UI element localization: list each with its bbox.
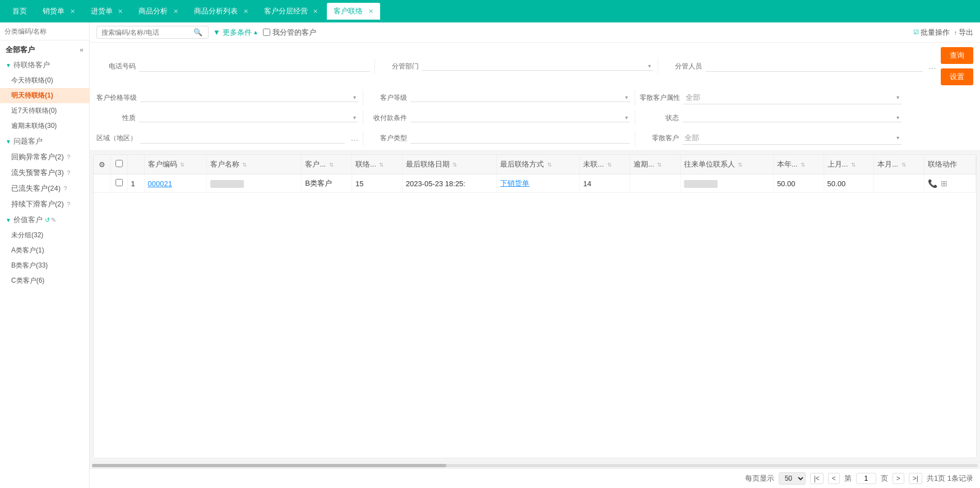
horizontal-scrollbar[interactable]: [90, 462, 980, 468]
sidebar-item-ungrouped[interactable]: 未分组(32): [0, 228, 89, 243]
all-customers-header[interactable]: 全部客户 «: [0, 40, 89, 57]
sidebar-item-class-a[interactable]: A类客户(1): [0, 243, 89, 258]
nav-tab-purchase[interactable]: 进货单 ✕: [84, 3, 130, 20]
sidebar-search-box[interactable]: 🔍: [0, 22, 89, 40]
more-icon[interactable]: …: [928, 62, 936, 71]
nav-tab-customer-segmentation[interactable]: 客户分层经营 ✕: [257, 3, 325, 20]
my-customers-checkbox-area[interactable]: 我分管的客户: [263, 27, 316, 38]
sidebar-item-churned[interactable]: 已流失客户(24) ?: [0, 181, 89, 196]
sidebar-item-class-b[interactable]: B类客户(33): [0, 258, 89, 273]
scrollbar-thumb[interactable]: [92, 464, 446, 467]
sort-icon: ⇅: [801, 162, 805, 168]
customer-level-select[interactable]: ▾: [410, 93, 630, 102]
search-icon[interactable]: 🔍: [193, 28, 202, 36]
edit-icon[interactable]: ✎: [51, 217, 56, 224]
phone-input[interactable]: [139, 61, 370, 72]
sidebar-item-tomorrow-contact[interactable]: 明天待联络(1): [0, 88, 89, 103]
col-unlinked[interactable]: 未联... ⇅: [580, 155, 630, 174]
export-icon: ↑: [954, 29, 958, 36]
row-select-checkbox[interactable]: [115, 179, 123, 186]
gender-select[interactable]: ▾: [139, 113, 358, 122]
page-size-select[interactable]: 50: [779, 472, 806, 485]
nav-tab-customer-contact[interactable]: 客户联络 ✕: [327, 3, 380, 20]
prev-page-button[interactable]: <: [828, 473, 840, 484]
close-icon[interactable]: ✕: [313, 8, 318, 15]
batch-operation-button[interactable]: ☑ 批量操作: [913, 27, 950, 38]
chevron-down-icon: ▼: [6, 62, 11, 68]
page-input[interactable]: [856, 473, 876, 484]
col-code[interactable]: 客户编码 ⇅: [144, 155, 206, 174]
sidebar-item-declining[interactable]: 持续下滑客户(2) ?: [0, 196, 89, 212]
sidebar-item-class-c[interactable]: C类客户(6): [0, 273, 89, 288]
retail-attr-select[interactable]: 全部 ▾: [683, 91, 902, 104]
divider: [635, 90, 635, 105]
nav-tab-sales[interactable]: 销货单 ✕: [36, 3, 82, 20]
gender-label: 性质: [96, 113, 136, 123]
export-button[interactable]: ↑ 导出: [954, 27, 974, 38]
main-search-input[interactable]: [101, 29, 191, 36]
sidebar-item-7day-contact[interactable]: 近7天待联络(0): [0, 103, 89, 118]
dept-select[interactable]: ▾: [422, 62, 653, 71]
payment-select[interactable]: ▾: [410, 113, 630, 122]
row-last-contact-method[interactable]: 下销货单: [497, 174, 580, 193]
col-last-month[interactable]: 上月... ⇅: [824, 155, 874, 174]
price-level-select[interactable]: ▾: [140, 93, 358, 102]
manager-input[interactable]: [705, 61, 923, 72]
col-settings[interactable]: ⚙: [94, 155, 110, 174]
customer-type-input[interactable]: [410, 133, 630, 144]
last-page-button[interactable]: >|: [909, 473, 922, 484]
sidebar-group-pending[interactable]: ▼ 待联络客户: [0, 57, 89, 73]
row-checkbox[interactable]: [110, 174, 127, 193]
nav-tab-product-analysis-list[interactable]: 商品分析列表 ✕: [187, 3, 255, 20]
sidebar-item-churn-warning[interactable]: 流失预警客户(3) ?: [0, 165, 89, 181]
close-icon[interactable]: ✕: [118, 8, 123, 15]
filter-field-customer-type: 客户类型: [368, 133, 630, 144]
row-code[interactable]: 000021: [144, 174, 206, 193]
sidebar-search-input[interactable]: [4, 27, 89, 35]
col-overdue[interactable]: 逾期... ⇅: [630, 155, 680, 174]
col-type[interactable]: 客户... ⇅: [302, 155, 352, 174]
close-icon[interactable]: ✕: [70, 8, 75, 15]
sidebar-group-value[interactable]: ▼ 价值客户 ↺ ✎: [0, 212, 89, 228]
more-icon[interactable]: …: [350, 133, 358, 142]
nav-home[interactable]: 首页: [6, 3, 34, 20]
more-conditions-button[interactable]: ▼ 更多条件 ▲: [213, 27, 258, 38]
first-page-button[interactable]: |<: [810, 473, 824, 484]
grid-action-icon[interactable]: ⊞: [941, 179, 947, 188]
select-all-checkbox[interactable]: [115, 160, 123, 167]
col-contact[interactable]: 联络... ⇅: [352, 155, 402, 174]
refresh-icon[interactable]: ↺: [45, 217, 50, 224]
col-name[interactable]: 客户名称 ⇅: [206, 155, 302, 174]
collapse-icon[interactable]: «: [80, 46, 84, 54]
status-select[interactable]: ▾: [682, 113, 902, 122]
retail-customer-select[interactable]: 全部 ▾: [682, 132, 902, 145]
next-page-button[interactable]: >: [893, 473, 904, 484]
sidebar-item-overdue-contact[interactable]: 逾期未联络(30): [0, 118, 89, 133]
divider: [635, 130, 635, 146]
col-partner-contact[interactable]: 往来单位联系人 ⇅: [680, 155, 773, 174]
row-last-contact-date: 2023-05-23 18:25:: [402, 174, 497, 193]
chevron-down-icon: ▾: [896, 114, 899, 121]
scrollbar-track[interactable]: [92, 464, 978, 467]
my-customers-checkbox[interactable]: [263, 29, 270, 36]
sidebar-item-repurchase-abnormal[interactable]: 回购异常客户(2) ?: [0, 149, 89, 165]
close-icon[interactable]: ✕: [243, 8, 248, 15]
settings-button[interactable]: 设置: [941, 68, 973, 85]
sidebar-item-today-contact[interactable]: 今天待联络(0): [0, 73, 89, 88]
payment-label: 收付款条件: [368, 113, 407, 123]
close-icon[interactable]: ✕: [368, 8, 373, 15]
search-box[interactable]: 🔍: [96, 26, 209, 39]
sort-icon: ⇅: [452, 162, 457, 168]
phone-action-icon[interactable]: 📞: [928, 179, 937, 188]
col-checkbox[interactable]: [110, 155, 127, 174]
nav-tab-product-analysis[interactable]: 商品分析 ✕: [132, 3, 185, 20]
query-button[interactable]: 查询: [941, 47, 973, 64]
col-this-month[interactable]: 本月... ⇅: [874, 155, 924, 174]
sidebar-group-problem[interactable]: ▼ 问题客户: [0, 133, 89, 149]
col-last-contact-date[interactable]: 最后联络日期 ⇅: [402, 155, 497, 174]
close-icon[interactable]: ✕: [173, 8, 178, 15]
chevron-down-icon: ▾: [648, 63, 651, 69]
region-input[interactable]: [140, 133, 345, 144]
col-this-year[interactable]: 本年... ⇅: [773, 155, 824, 174]
col-last-contact-method[interactable]: 最后联络方式 ⇅: [497, 155, 580, 174]
